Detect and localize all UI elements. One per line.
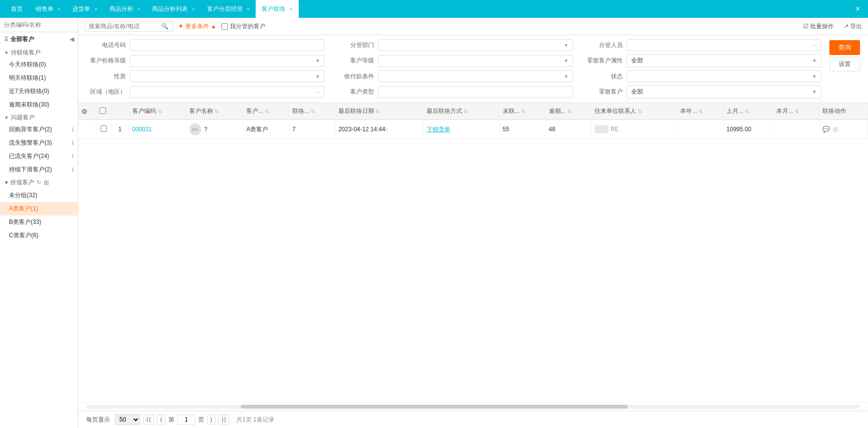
customer-type-input[interactable] <box>378 86 573 98</box>
collapse-icon[interactable]: ◀ <box>70 36 74 43</box>
manager-input[interactable]: ··· <box>627 39 821 51</box>
settings-btn[interactable]: 设置 <box>829 57 860 71</box>
group-problem-customers[interactable]: ▼ 问题客户 <box>0 111 78 123</box>
close-analysis-tab[interactable]: × <box>137 0 140 18</box>
checkbox-icon: ☑ <box>803 23 809 30</box>
sidebar-item-churned[interactable]: 已流失客户(24) ℹ <box>0 150 78 163</box>
close-analysis-list-tab[interactable]: × <box>192 0 195 18</box>
group-value-customers[interactable]: ▼ 价值客户 ↻ ⊞ <box>0 176 78 189</box>
row-last-method[interactable]: 下销货单 <box>423 120 499 139</box>
row-code[interactable]: 000031 <box>129 120 186 139</box>
sort-contact-icon[interactable]: ⇅ <box>311 108 315 114</box>
filter-region: 区域（地区） ··· <box>86 86 325 98</box>
my-customers-checkbox[interactable] <box>221 23 228 30</box>
my-customers-checkbox-label[interactable]: 我分管的客户 <box>221 22 266 31</box>
sort-code-icon[interactable]: ⇅ <box>158 108 162 114</box>
sidebar-item-class-b[interactable]: B类客户(33) <box>0 215 78 229</box>
col-checkbox-header[interactable] <box>96 103 111 120</box>
price-arrow: ▼ <box>315 58 320 63</box>
all-customers-header[interactable]: ⠿ 全部客户 ◀ <box>0 32 78 47</box>
next-page-btn[interactable]: ⟩ <box>207 415 216 425</box>
sort-nocontact-icon[interactable]: ⇅ <box>521 108 525 114</box>
last-page-btn[interactable]: ⟩⟩ <box>218 415 229 425</box>
price-level-select[interactable]: ▼ <box>130 55 325 67</box>
col-code: 客户编码 ⇅ <box>129 103 186 120</box>
close-customer-mgmt-tab[interactable]: × <box>247 0 250 18</box>
scrollbar-thumb[interactable] <box>241 405 628 409</box>
pending-arrow: ▼ <box>4 50 9 55</box>
col-settings[interactable]: ⚙ <box>78 103 96 120</box>
sidebar-item-class-c[interactable]: C类客户(6) <box>0 229 78 242</box>
row-checkbox[interactable] <box>101 125 107 132</box>
sidebar-item-class-a[interactable]: A类客户(1) <box>0 202 78 215</box>
retail-customer-select[interactable]: 全部 ▼ <box>627 85 821 99</box>
add-group-icon[interactable]: ⊞ <box>44 179 49 186</box>
select-all-checkbox[interactable] <box>100 107 106 114</box>
chat-icon[interactable]: 💬 <box>822 126 830 133</box>
query-btn[interactable]: 查询 <box>829 40 860 55</box>
sort-thismonth-icon[interactable]: ⇅ <box>795 108 799 114</box>
col-unit-contact: 往来单位联系人 ⇅ <box>592 103 677 120</box>
sort-year-icon[interactable]: ⇅ <box>699 108 703 114</box>
filter-search-input[interactable] <box>89 23 158 30</box>
sidebar-search-input[interactable] <box>4 21 78 28</box>
nav-tab-sales[interactable]: 销售单 × <box>30 0 66 18</box>
close-sales-tab[interactable]: × <box>57 0 60 18</box>
col-overdue: 逾期... ⇅ <box>545 103 592 120</box>
nav-tab-analysis-list[interactable]: 商品分析列表 × <box>146 0 201 18</box>
nav-tab-purchase[interactable]: 进货单 × <box>66 0 103 18</box>
sidebar-item-overdue[interactable]: 逾期未联络(30) <box>0 98 78 111</box>
dept-select[interactable]: ▼ <box>378 39 573 51</box>
sort-overdue-icon[interactable]: ⇅ <box>567 108 571 114</box>
retail-attr-select[interactable]: 全部 ▼ <box>627 54 821 67</box>
col-this-month: 本月... ⇅ <box>773 103 819 120</box>
phone-input[interactable] <box>130 39 325 51</box>
region-dots[interactable]: ··· <box>315 89 320 96</box>
window-close-btn[interactable]: × <box>852 4 864 13</box>
sidebar-item-churn-warning[interactable]: 流失预警客户(3) ℹ <box>0 136 78 150</box>
sort-date-icon[interactable]: ⇅ <box>376 108 380 114</box>
sidebar-item-abnormal[interactable]: 回购异常客户(2) ℹ <box>0 123 78 136</box>
region-input[interactable]: ··· <box>130 86 325 98</box>
col-no-contact: 未联... ⇅ <box>499 103 545 120</box>
last-method-link[interactable]: 下销货单 <box>427 126 450 133</box>
payment-select[interactable]: ▼ <box>378 70 573 82</box>
sort-unit-icon[interactable]: ⇅ <box>638 108 642 114</box>
grid-icon[interactable]: ⊞ <box>833 126 838 133</box>
customer-level-select[interactable]: ▼ <box>378 55 573 67</box>
status-select[interactable]: ▼ <box>627 70 821 82</box>
more-conditions-btn[interactable]: ▼ 更多条件 ▲ <box>178 22 217 31</box>
sidebar-item-declining[interactable]: 持续下滑客户(2) ℹ <box>0 163 78 176</box>
close-customer-contact-tab[interactable]: × <box>289 0 292 18</box>
page-end-label: 页 <box>198 416 204 424</box>
nav-tab-analysis[interactable]: 商品分析 × <box>104 0 146 18</box>
table-settings-icon[interactable]: ⚙ <box>81 107 88 115</box>
sort-name-icon[interactable]: ⇅ <box>215 108 218 114</box>
batch-op-btn[interactable]: ☑ 批量操作 <box>803 22 834 31</box>
page-input[interactable] <box>177 415 195 425</box>
sidebar-item-ungrouped[interactable]: 未分组(32) <box>0 189 78 202</box>
group-pending-contact[interactable]: ▼ 待联络客户 <box>0 47 78 58</box>
nature-select[interactable]: ▼ <box>130 70 325 82</box>
nav-tab-customer-contact[interactable]: 客户联络 × <box>256 0 298 18</box>
sidebar-item-today[interactable]: 今天待联络(0) <box>0 58 78 71</box>
manager-dots[interactable]: ··· <box>812 42 817 49</box>
nav-tab-customer-mgmt[interactable]: 客户分层经营 × <box>201 0 256 18</box>
first-page-btn[interactable]: ⟨⟨ <box>143 415 154 425</box>
prev-page-btn[interactable]: ⟨ <box>157 415 165 425</box>
per-page-select[interactable]: 50 100 200 <box>115 414 140 425</box>
sidebar-item-tomorrow[interactable]: 明天待联络(1) <box>0 71 78 85</box>
col-name: 客户名称 ⇅ <box>186 103 243 120</box>
row-checkbox-cell[interactable] <box>96 120 111 139</box>
sort-lastmonth-icon[interactable]: ⇅ <box>745 108 749 114</box>
sort-type-icon[interactable]: ⇅ <box>265 108 269 114</box>
filter-row-3: 性质 ▼ 收付款条件 ▼ <box>86 70 821 82</box>
refresh-icon[interactable]: ↻ <box>37 179 41 186</box>
nav-home[interactable]: 首页 <box>4 0 30 18</box>
sidebar-item-7days[interactable]: 近7天待联络(0) <box>0 85 78 98</box>
info-icon-churned: ℹ <box>72 153 74 160</box>
close-purchase-tab[interactable]: × <box>94 0 97 18</box>
export-btn[interactable]: ↗ 导出 <box>844 22 862 31</box>
sort-method-icon[interactable]: ⇅ <box>464 108 468 114</box>
filter-search-btn[interactable]: 🔍 <box>161 23 168 30</box>
